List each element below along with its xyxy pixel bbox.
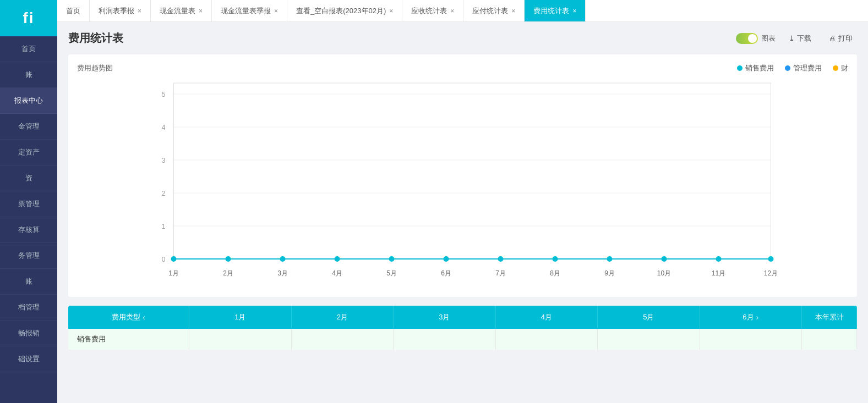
header-month5-label: 5月 (643, 312, 654, 322)
sidebar-item-reports[interactable]: 报表中心 (0, 88, 57, 114)
legend-finance-dot (833, 65, 838, 71)
svg-text:12月: 12月 (764, 269, 778, 277)
tab-cashflow-quarterly[interactable]: 现金流量表季报 × (212, 0, 287, 22)
tab-receivable[interactable]: 应收统计表 × (402, 0, 463, 22)
chart-dot-3 (280, 256, 286, 262)
cell-m5 (598, 329, 700, 350)
sidebar-item-assets[interactable]: 定资产 (0, 140, 57, 165)
svg-text:5月: 5月 (386, 269, 397, 277)
svg-text:9月: 9月 (604, 269, 615, 277)
tab-profit-quarterly[interactable]: 利润表季报 × (90, 0, 151, 22)
sidebar-item-account[interactable]: 账 (0, 62, 57, 88)
sidebar-item-capital[interactable]: 资 (0, 165, 57, 191)
header-month3: 3月 (394, 306, 496, 329)
svg-text:0: 0 (162, 256, 166, 263)
sidebar-item-expense[interactable]: 畅报销 (0, 321, 57, 346)
cell-m2 (292, 329, 394, 350)
page-content: 费用统计表 图表 ⤓ 下载 🖨 打印 (57, 22, 868, 403)
chart-dot-7 (498, 256, 504, 262)
tab-receivable-close[interactable]: × (450, 7, 454, 15)
cell-type: 销售费用 (68, 329, 189, 350)
tab-bar: 首页 利润表季报 × 现金流量表 × 现金流量表季报 × 查看_空白报表(202… (57, 0, 868, 22)
download-icon: ⤓ (789, 34, 795, 42)
sidebar-item-ledger[interactable]: 账 (0, 269, 57, 295)
tab-cashflow-quarterly-label: 现金流量表季报 (221, 6, 271, 16)
download-label: 下载 (797, 34, 811, 43)
tab-expense-close[interactable]: × (572, 7, 576, 15)
tab-blank-report-label: 查看_空白报表(2023年02月) (296, 6, 386, 16)
header-ytd-label: 本年累计 (815, 312, 844, 322)
chart-toggle[interactable] (736, 33, 758, 44)
svg-text:1月: 1月 (168, 269, 179, 277)
svg-text:7月: 7月 (495, 269, 506, 277)
svg-text:3: 3 (162, 157, 166, 164)
tab-profit-quarterly-close[interactable]: × (138, 7, 141, 15)
tab-cashflow-label: 现金流量表 (160, 6, 195, 16)
download-button[interactable]: ⤓ 下载 (784, 31, 816, 46)
legend-sales-label: 销售费用 (745, 63, 774, 73)
sidebar-item-archive[interactable]: 档管理 (0, 295, 57, 321)
legend-finance: 财 (833, 63, 848, 73)
svg-text:10月: 10月 (657, 269, 671, 277)
header-month3-label: 3月 (439, 312, 450, 322)
svg-text:11月: 11月 (712, 269, 725, 277)
svg-text:2月: 2月 (223, 269, 233, 277)
cell-m6 (700, 329, 803, 350)
svg-text:4月: 4月 (332, 269, 342, 277)
legend-finance-label: 财 (841, 63, 848, 73)
tab-expense-label: 费用统计表 (533, 6, 569, 16)
chart-svg-wrap: 5 4 3 2 1 (77, 78, 848, 288)
chart-dot-5 (389, 256, 395, 262)
tab-home[interactable]: 首页 (57, 0, 90, 22)
chart-dot-11 (716, 256, 722, 262)
chart-toggle-wrap: 图表 (736, 33, 776, 44)
chart-dot-10 (662, 256, 667, 262)
tab-cashflow-close[interactable]: × (199, 7, 203, 15)
header-month1: 1月 (189, 306, 292, 329)
tab-payable[interactable]: 应付统计表 × (463, 0, 525, 22)
cell-m4 (496, 329, 598, 350)
tab-payable-label: 应付统计表 (472, 6, 508, 16)
header-ytd: 本年累计 (802, 306, 857, 329)
print-icon: 🖨 (829, 34, 836, 42)
header-month2: 2月 (292, 306, 394, 329)
page-header: 费用统计表 图表 ⤓ 下载 🖨 打印 (68, 31, 857, 46)
sidebar-menu: 首页 账 报表中心 金管理 定资产 资 票管理 存核算 务管理 账 档管理 畅报… (0, 36, 57, 403)
prev-month-btn[interactable]: ‹ (143, 313, 145, 322)
tab-cashflow[interactable]: 现金流量表 × (151, 0, 212, 22)
legend-admin-dot (785, 65, 790, 71)
sidebar-item-home[interactable]: 首页 (0, 36, 57, 62)
cell-m1 (189, 329, 292, 350)
chart-card: 费用趋势图 销售费用 管理费用 财 (68, 54, 857, 297)
header-month2-label: 2月 (337, 312, 348, 322)
chart-dot-9 (607, 256, 613, 262)
legend-sales: 销售费用 (737, 63, 774, 73)
tab-expense[interactable]: 费用统计表 × (525, 0, 586, 22)
header-month1-label: 1月 (234, 312, 245, 322)
svg-text:8月: 8月 (550, 269, 560, 277)
chart-toggle-label: 图表 (761, 34, 776, 43)
svg-text:6月: 6月 (441, 269, 451, 277)
sidebar-item-finance[interactable]: 金管理 (0, 114, 57, 140)
next-month-btn[interactable]: › (756, 313, 759, 322)
svg-text:2: 2 (162, 190, 166, 197)
chart-legend: 销售费用 管理费用 财 (737, 63, 848, 73)
main-area: 首页 利润表季报 × 现金流量表 × 现金流量表季报 × 查看_空白报表(202… (57, 0, 868, 403)
sidebar-item-inventory[interactable]: 存核算 (0, 217, 57, 243)
print-button[interactable]: 🖨 打印 (825, 31, 857, 46)
chart-dot-6 (444, 256, 449, 262)
tab-cashflow-quarterly-close[interactable]: × (274, 7, 278, 15)
sidebar-item-settings[interactable]: 础设置 (0, 346, 57, 372)
tab-blank-report[interactable]: 查看_空白报表(2023年02月) × (287, 0, 402, 22)
tab-blank-report-close[interactable]: × (389, 7, 393, 15)
sidebar-item-invoice[interactable]: 票管理 (0, 191, 57, 217)
tab-payable-close[interactable]: × (511, 7, 515, 15)
header-type-label: 费用类型 (112, 312, 140, 322)
svg-text:5: 5 (162, 91, 166, 98)
header-actions: 图表 ⤓ 下载 🖨 打印 (736, 31, 857, 46)
header-month5: 5月 (598, 306, 700, 329)
chart-dot-8 (553, 256, 558, 262)
legend-admin: 管理费用 (785, 63, 822, 73)
sidebar-item-service[interactable]: 务管理 (0, 243, 57, 269)
chart-dot-4 (335, 256, 340, 262)
